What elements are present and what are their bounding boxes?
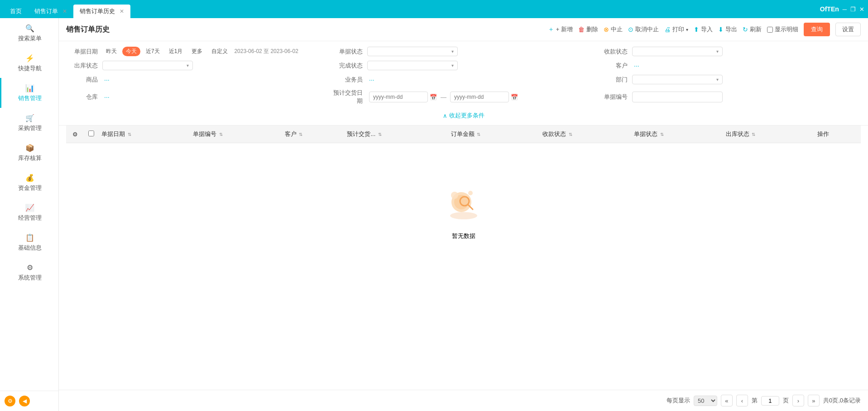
shortcut-custom[interactable]: 自定义 [208, 47, 231, 56]
th-check[interactable] [84, 126, 98, 143]
filter-bill-number-col: 单据编号 [596, 92, 861, 102]
sidebar-item-search-menu[interactable]: 🔍 搜索菜单 [0, 18, 58, 48]
prev-page-button[interactable]: ‹ [736, 395, 748, 406]
cancel-stop-button[interactable]: ⊙ 取消中止 [628, 25, 659, 34]
sort-number-icon[interactable]: ⇅ [219, 132, 223, 137]
export-button[interactable]: ⬇ 导出 [718, 25, 737, 34]
next-page-button[interactable]: › [792, 395, 804, 406]
th-gear[interactable]: ⚙ [66, 126, 84, 143]
current-page-input[interactable] [761, 396, 779, 406]
bill-status-select[interactable]: ▾ [367, 47, 458, 56]
th-amount: 订单金额 ⇅ [447, 126, 539, 143]
display-detail-input[interactable] [767, 27, 773, 33]
tab-sales-order[interactable]: 销售订单 ✕ [28, 5, 73, 18]
shortcut-more[interactable]: 更多 [188, 47, 206, 56]
product-ellipsis[interactable]: ··· [102, 76, 111, 83]
refresh-button[interactable]: ↻ 刷新 [743, 25, 762, 34]
minimize-btn[interactable]: ─ [843, 6, 847, 13]
tab-sales-order-history[interactable]: 销售订单历史 ✕ [73, 5, 130, 18]
warehouse-ellipsis[interactable]: ··· [102, 93, 111, 101]
sidebar-collapse-icon[interactable]: ◀ [19, 396, 30, 406]
last-page-button[interactable]: » [808, 395, 820, 406]
payment-status-arrow-icon: ▾ [716, 49, 719, 54]
calendar-end-icon[interactable]: 📅 [511, 94, 518, 101]
page-size-label: 每页显示 [667, 396, 690, 405]
delivery-date-end[interactable] [450, 92, 509, 102]
complete-status-select[interactable]: ▾ [367, 61, 458, 70]
customer-ellipsis[interactable]: ··· [632, 62, 641, 69]
quick-nav-icon: ⚡ [25, 53, 34, 63]
page-label: 第 [752, 396, 758, 405]
operations-icon: 📈 [25, 203, 34, 212]
delivery-date-start[interactable] [369, 92, 428, 102]
tab-home-label: 首页 [10, 7, 22, 15]
display-detail-checkbox[interactable]: 显示明细 [767, 25, 798, 34]
select-all-checkbox[interactable] [88, 131, 94, 136]
import-button[interactable]: ⬆ 导入 [694, 25, 713, 34]
sidebar-item-quick-nav[interactable]: ⚡ 快捷导航 [0, 48, 58, 78]
stop-button[interactable]: ⊗ 中止 [604, 25, 623, 34]
filter-bill-status-col: 单据状态 ▾ [331, 47, 596, 56]
filter-customer-col: 客户 ··· [596, 62, 861, 70]
page-unit: 页 [783, 396, 789, 405]
sort-bill-status-icon[interactable]: ⇅ [660, 132, 664, 137]
inventory-icon: 📦 [25, 143, 34, 152]
new-button[interactable]: ＋ + 新增 [548, 25, 573, 34]
salesperson-ellipsis[interactable]: ··· [367, 76, 376, 83]
tab-sales-order-history-close[interactable]: ✕ [120, 8, 124, 15]
filter-complete-status-col: 完成状态 ▾ [331, 61, 596, 70]
first-page-button[interactable]: « [721, 395, 733, 406]
filter-date-col: 单据日期 昨天 今天 近7天 近1月 更多 自定义 2023-06-02 至 2… [66, 47, 331, 56]
shortcut-today[interactable]: 今天 [122, 47, 140, 56]
sidebar-item-inventory[interactable]: 📦 库存核算 [0, 138, 58, 168]
th-delivery: 预计交货... ⇅ [343, 126, 447, 143]
sort-amount-icon[interactable]: ⇅ [477, 132, 480, 137]
department-select[interactable]: ▾ [632, 75, 723, 84]
next-page-icon: › [797, 397, 799, 404]
print-button[interactable]: 🖨 打印 ▾ [664, 25, 688, 34]
sidebar-item-sys-mgmt[interactable]: ⚙ 系统管理 [0, 257, 58, 287]
sort-customer-icon[interactable]: ⇅ [299, 132, 302, 137]
out-status-arrow-icon: ▾ [187, 63, 189, 68]
sidebar-item-sales-mgmt[interactable]: 📊 销售管理 [0, 78, 58, 108]
collapse-button[interactable]: ∧ 收起更多条件 [66, 110, 861, 120]
refresh-icon: ↻ [743, 26, 748, 33]
customer-label: 客户 [596, 62, 632, 70]
warehouse-label: 仓库 [66, 93, 102, 101]
shortcut-yesterday[interactable]: 昨天 [102, 47, 120, 56]
tab-sales-order-label: 销售订单 [34, 7, 58, 15]
sort-date-icon[interactable]: ⇅ [128, 132, 131, 137]
sort-payment-status-icon[interactable]: ⇅ [569, 132, 572, 137]
tab-home[interactable]: 首页 [4, 5, 28, 18]
import-label: 导入 [701, 25, 713, 34]
sort-out-status-icon[interactable]: ⇅ [752, 132, 755, 137]
new-label: + 新增 [556, 25, 573, 34]
setting-button[interactable]: 设置 [835, 23, 861, 36]
date-separator: — [441, 94, 446, 101]
bill-number-input[interactable] [632, 92, 723, 102]
page-size-select[interactable]: 20 50 100 [694, 396, 717, 406]
shortcut-7days[interactable]: 近7天 [142, 47, 163, 56]
delete-button[interactable]: 🗑 删除 [578, 25, 598, 34]
out-status-select[interactable]: ▾ [102, 61, 193, 70]
th-out-status: 出库状态 ⇅ [722, 126, 814, 143]
sidebar-item-finance[interactable]: 💰 资金管理 [0, 168, 58, 198]
filter-product-col: 商品 ··· [66, 76, 331, 84]
sidebar-item-basic-info[interactable]: 📋 基础信息 [0, 227, 58, 257]
sidebar-item-purchase-mgmt[interactable]: 🛒 采购管理 [0, 108, 58, 138]
gear-icon[interactable]: ⚙ [72, 131, 78, 138]
sidebar-settings-icon[interactable]: ⚙ [5, 396, 15, 406]
close-btn[interactable]: ✕ [859, 6, 864, 13]
shortcut-1month[interactable]: 近1月 [165, 47, 187, 56]
payment-status-select[interactable]: ▾ [632, 47, 723, 56]
filter-salesperson-col: 业务员 ··· [331, 76, 596, 84]
calendar-start-icon[interactable]: 📅 [430, 94, 437, 101]
sort-delivery-icon[interactable]: ⇅ [378, 132, 382, 137]
restore-btn[interactable]: ❐ [850, 6, 856, 13]
import-icon: ⬆ [694, 26, 699, 33]
tab-sales-order-close[interactable]: ✕ [62, 8, 67, 15]
query-button[interactable]: 查询 [804, 23, 830, 36]
sidebar-item-operations[interactable]: 📈 经营管理 [0, 198, 58, 227]
filter-row-4: 仓库 ··· 预计交货日期 📅 — 📅 单据编号 [66, 89, 861, 105]
sys-mgmt-icon: ⚙ [25, 263, 34, 272]
